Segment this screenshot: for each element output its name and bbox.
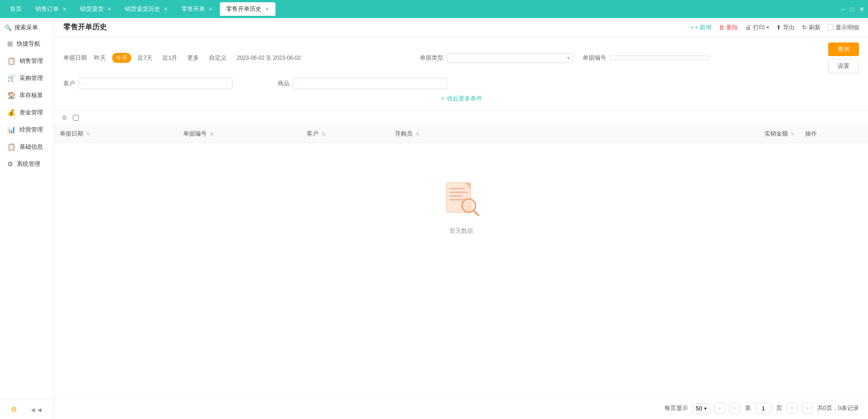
date-today[interactable]: 今天 (112, 53, 131, 63)
sidebar-item-system[interactable]: ⚙ 系统管理 (0, 155, 54, 173)
sort-customer-icon: ⇅ (322, 132, 325, 137)
col-date[interactable]: 单据日期 ⇅ (54, 125, 178, 143)
sort-date-icon: ⇅ (86, 132, 90, 137)
sidebar-item-basic-info[interactable]: 📋 基础信息 (0, 138, 54, 155)
tab-sales-order[interactable]: 销售订单 ✕ (29, 2, 73, 16)
data-table: 单据日期 ⇅ 单据编号 ⇅ 客户 ⇅ 导购员 ⇅ (54, 125, 868, 271)
operations-icon: 📊 (7, 126, 16, 134)
close-tab-retail-open[interactable]: ✕ (209, 6, 213, 12)
display-detail-checkbox[interactable] (828, 24, 834, 30)
sort-salesperson-icon: ⇅ (416, 132, 419, 137)
date-1month[interactable]: 近1月 (159, 53, 181, 63)
close-tab-retail-open-history[interactable]: ✕ (265, 6, 269, 12)
tab-sales-return[interactable]: 销货退货 ✕ (74, 2, 118, 16)
sidebar-item-inventory[interactable]: 🏠 库存核算 (0, 87, 54, 104)
date-custom[interactable]: 自定义 (205, 53, 230, 63)
basic-info-icon: 📋 (7, 143, 16, 151)
page-header: 零售开单历史 + + 新增 🗑 删除 🖨 打印 ▾ ⬆ 导出 (54, 18, 868, 37)
inventory-icon: 🏠 (7, 91, 16, 99)
date-yesterday[interactable]: 昨天 (90, 53, 109, 63)
col-amount[interactable]: 实销金额 ⇅ (676, 125, 800, 143)
sidebar: 🔍 搜索采单 ⊞ 快捷导航 📋 销售管理 🛒 采购管理 🏠 库存核算 💰 资金管… (0, 18, 54, 419)
minimize-btn[interactable]: ─ (841, 6, 845, 13)
col-salesperson[interactable]: 导购员 ⇅ (389, 125, 495, 143)
filter-area: 单据日期 昨天 今天 近7天 近1月 更多 自定义 2023-06-02 至 2… (54, 37, 868, 110)
per-page-chevron: ▾ (704, 406, 707, 411)
delete-button[interactable]: 🗑 删除 (719, 24, 738, 32)
svg-rect-2 (449, 192, 468, 193)
add-icon: + (690, 24, 694, 31)
sidebar-collapse-icon[interactable]: ◄◄ (29, 406, 43, 414)
col-customer[interactable]: 客户 ⇅ (301, 125, 389, 143)
next-page-btn[interactable]: > (787, 403, 797, 414)
collapse-button[interactable]: ∧ 收起更多条件 (63, 93, 859, 104)
svg-line-9 (474, 211, 479, 216)
quick-nav-icon: ⊞ (7, 40, 13, 48)
empty-icon (439, 179, 484, 220)
select-all-checkbox[interactable] (73, 115, 79, 121)
sort-amount-icon: ⇅ (791, 132, 794, 137)
sidebar-bottom: ⚙ ◄◄ (0, 400, 54, 419)
sidebar-item-purchase[interactable]: 🛒 采购管理 (0, 70, 54, 87)
query-button[interactable]: 查询 (828, 42, 859, 56)
tab-bar: 首页 销售订单 ✕ 销货退货 ✕ 销货退货历史 ✕ 零售开单 ✕ 零售开单历史 … (0, 0, 868, 18)
delete-icon: 🗑 (719, 24, 725, 31)
close-tab-sales-return-history[interactable]: ✕ (164, 6, 168, 12)
tab-retail-open[interactable]: 零售开单 ✕ (175, 2, 219, 16)
svg-rect-1 (449, 188, 464, 189)
main-layout: 🔍 搜索采单 ⊞ 快捷导航 📋 销售管理 🛒 采购管理 🏠 库存核算 💰 资金管… (0, 18, 868, 419)
header-actions: + + 新增 🗑 删除 🖨 打印 ▾ ⬆ 导出 ↻ (690, 24, 859, 32)
tab-home[interactable]: 首页 (4, 2, 28, 16)
close-tab-sales-order[interactable]: ✕ (62, 6, 66, 12)
type-filter: 单据类型 ▾ (420, 53, 574, 63)
tab-list: 首页 销售订单 ✕ 销货退货 ✕ 销货退货历史 ✕ 零售开单 ✕ 零售开单历史 … (4, 2, 275, 16)
add-button[interactable]: + + 新增 (690, 24, 711, 32)
filter-actions: 查询 设置 (828, 42, 859, 73)
export-button[interactable]: ⬆ 导出 (776, 24, 795, 32)
sidebar-item-quick-nav[interactable]: ⊞ 快捷导航 (0, 35, 54, 52)
prev-page-btn[interactable]: < (730, 403, 740, 414)
content-area: 零售开单历史 + + 新增 🗑 删除 🖨 打印 ▾ ⬆ 导出 (54, 18, 868, 419)
type-chevron: ▾ (567, 56, 569, 61)
sort-orderno-icon: ⇅ (210, 132, 213, 137)
sidebar-settings-icon[interactable]: ⚙ (11, 405, 17, 414)
purchase-icon: 🛒 (7, 74, 16, 82)
settings-button[interactable]: 设置 (828, 59, 859, 73)
close-btn[interactable]: ✕ (859, 6, 864, 13)
date-range-display: 2023-06-02 至 2023-06-02 (237, 54, 300, 62)
page-title: 零售开单历史 (63, 23, 107, 32)
tab-sales-return-history[interactable]: 销货退货历史 ✕ (119, 2, 174, 16)
sidebar-item-finance[interactable]: 💰 资金管理 (0, 104, 54, 121)
customer-input[interactable]: ··· (79, 78, 232, 89)
sidebar-search[interactable]: 🔍 搜索采单 (0, 18, 54, 35)
filter-row-1: 单据日期 昨天 今天 近7天 近1月 更多 自定义 2023-06-02 至 2… (63, 42, 859, 73)
page-number-input[interactable] (755, 403, 772, 414)
sidebar-item-operations[interactable]: 📊 经营管理 (0, 121, 54, 138)
column-settings-icon[interactable]: ⚙ (62, 114, 67, 121)
col-order-no[interactable]: 单据编号 ⇅ (178, 125, 301, 143)
refresh-button[interactable]: ↻ 刷新 (802, 24, 821, 32)
finance-icon: 💰 (7, 108, 16, 117)
print-button[interactable]: 🖨 打印 ▾ (745, 24, 769, 32)
product-input[interactable]: ··· (293, 78, 447, 89)
date-options: 昨天 今天 近7天 近1月 更多 自定义 2023-06-02 至 2023-0… (90, 53, 301, 63)
last-page-btn[interactable]: » (802, 403, 813, 414)
sidebar-item-sales[interactable]: 📋 销售管理 (0, 52, 54, 70)
empty-state: 暂无数据 (54, 143, 868, 271)
first-page-btn[interactable]: « (714, 403, 725, 414)
table-toolbar: ⚙ (54, 110, 868, 125)
col-action: 操作 (800, 125, 868, 143)
type-select[interactable]: ▾ (447, 53, 574, 63)
col-extra (495, 125, 676, 143)
tab-retail-open-history[interactable]: 零售开单历史 ✕ (220, 2, 275, 16)
per-page-select[interactable]: 50 ▾ (693, 403, 709, 414)
close-tab-sales-return[interactable]: ✕ (107, 6, 111, 12)
print-chevron: ▾ (767, 25, 769, 30)
empty-text: 暂无数据 (450, 227, 473, 235)
date-more[interactable]: 更多 (184, 53, 203, 63)
svg-rect-3 (449, 195, 462, 197)
display-detail-toggle[interactable]: 显示明细 (828, 24, 859, 32)
order-no-input[interactable] (610, 56, 709, 60)
maximize-btn[interactable]: □ (850, 6, 854, 13)
date-7days[interactable]: 近7天 (134, 53, 156, 63)
